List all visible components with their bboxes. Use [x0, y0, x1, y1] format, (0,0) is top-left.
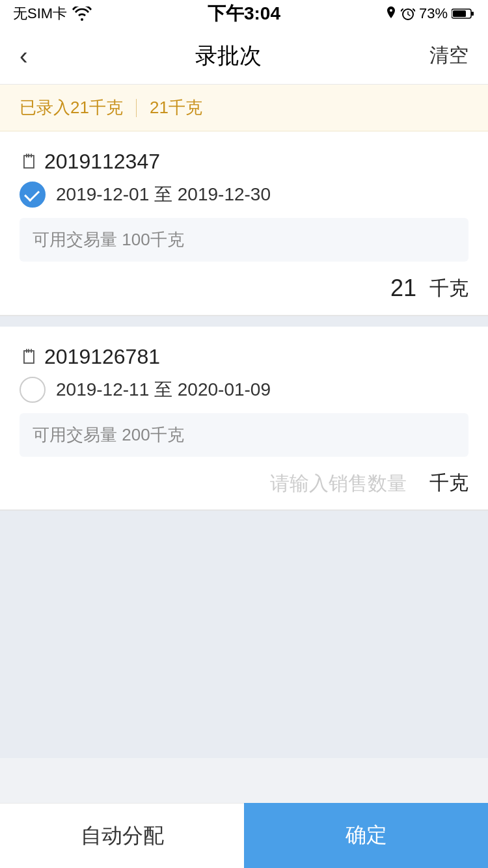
batch-date-2: 2019-12-11 至 2020-01-09 [56, 377, 271, 402]
batch-avail-row-2: 可用交易量 200千克 [20, 413, 468, 457]
radio-unselected-2[interactable] [20, 377, 46, 403]
bottom-bar: 自动分配 确定 [0, 803, 488, 868]
input-row-2[interactable]: 千克 [0, 457, 488, 511]
batch-id-row-2: 🗒 2019126781 [20, 345, 468, 369]
quantity-input-2[interactable] [20, 472, 416, 495]
alarm-icon [401, 7, 415, 21]
nav-bar: ‹ 录批次 清空 [0, 27, 488, 85]
status-bar-time: 下午3:04 [208, 1, 280, 26]
batch-date-row-1[interactable]: 2019-12-01 至 2019-12-30 [20, 182, 468, 208]
recorded-label: 已录入21千克 [20, 96, 123, 119]
batch-avail-text-2: 可用交易量 200千克 [33, 425, 184, 444]
page-title: 录批次 [195, 41, 262, 71]
batch-date-row-2[interactable]: 2019-12-11 至 2020-01-09 [20, 377, 468, 403]
batch-avail-text-1: 可用交易量 100千克 [33, 230, 184, 249]
svg-rect-2 [471, 12, 474, 16]
info-divider [136, 99, 137, 117]
input-unit-2: 千克 [429, 470, 468, 496]
empty-area [0, 511, 488, 758]
wifi-icon [72, 7, 92, 21]
batch-id-2: 2019126781 [44, 345, 160, 369]
batch-date-1: 2019-12-01 至 2019-12-30 [56, 182, 271, 207]
batch-icon-1: 🗒 [20, 151, 39, 173]
info-bar: 已录入21千克 21千克 [0, 85, 488, 131]
batch-item-2[interactable]: 🗒 2019126781 2019-12-11 至 2020-01-09 可用交… [0, 327, 488, 457]
status-bar-right: 73% [385, 5, 475, 22]
auto-distribute-button[interactable]: 自动分配 [0, 803, 244, 868]
confirm-button[interactable]: 确定 [244, 803, 488, 868]
batch-item-1[interactable]: 🗒 2019112347 2019-12-01 至 2019-12-30 可用交… [0, 131, 488, 262]
batch-icon-2: 🗒 [20, 346, 39, 368]
status-bar: 无SIM卡 下午3:04 73% [0, 0, 488, 27]
section-separator [0, 316, 488, 327]
quantity-value-1: 21 [390, 275, 416, 302]
battery-text: 73% [419, 5, 448, 22]
carrier-text: 无SIM卡 [13, 4, 67, 23]
quantity-row-1: 21 千克 [0, 262, 488, 316]
back-button[interactable]: ‹ [20, 44, 28, 68]
batch-id-1: 2019112347 [44, 150, 160, 174]
battery-icon [452, 8, 475, 20]
radio-selected-1[interactable] [20, 182, 46, 208]
location-icon [385, 7, 397, 21]
quantity-unit-1: 千克 [429, 275, 468, 302]
svg-rect-3 [453, 10, 466, 17]
clear-button[interactable]: 清空 [429, 42, 468, 69]
recorded-value: 21千克 [150, 96, 202, 119]
batch-id-row-1: 🗒 2019112347 [20, 150, 468, 174]
batch-avail-row-1: 可用交易量 100千克 [20, 218, 468, 262]
status-bar-left: 无SIM卡 [13, 4, 92, 23]
